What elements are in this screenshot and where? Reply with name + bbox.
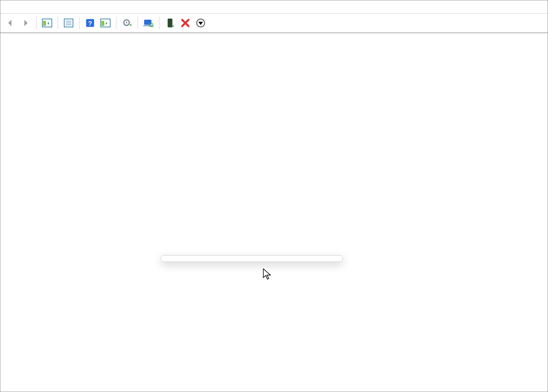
svg-rect-10 (101, 21, 104, 26)
properties-icon[interactable] (62, 16, 76, 30)
svg-line-18 (152, 26, 154, 27)
toolbar-separator (159, 17, 159, 29)
toolbar-separator (138, 17, 138, 29)
svg-point-13 (126, 22, 127, 23)
device-tree (0, 33, 548, 36)
menu-view[interactable] (29, 5, 42, 8)
menu-help[interactable] (42, 5, 55, 8)
toolbar-separator (79, 17, 80, 29)
toolbar: ? (0, 13, 548, 33)
scan-hardware-icon[interactable] (142, 16, 155, 30)
toolbar-separator (116, 17, 116, 29)
menu-action[interactable] (16, 5, 29, 8)
show-hidden-icon[interactable] (99, 16, 112, 30)
toolbar-separator (36, 17, 36, 29)
forward-icon[interactable] (19, 16, 32, 30)
enable-device-icon[interactable] (163, 16, 177, 30)
down-arrow-icon[interactable] (194, 16, 208, 30)
svg-rect-19 (168, 19, 173, 27)
menu-file[interactable] (3, 5, 16, 8)
show-hide-tree-icon[interactable] (40, 16, 54, 30)
help-icon[interactable]: ? (83, 16, 97, 30)
svg-rect-1 (43, 21, 46, 26)
mouse-cursor-icon (263, 268, 271, 280)
svg-rect-16 (143, 25, 152, 26)
back-icon[interactable] (3, 16, 17, 30)
svg-text:?: ? (88, 20, 92, 27)
menubar (0, 0, 548, 13)
context-menu (161, 255, 343, 262)
update-driver-icon[interactable] (120, 16, 134, 30)
svg-rect-15 (144, 20, 151, 25)
toolbar-separator (58, 17, 58, 29)
disable-device-icon[interactable] (178, 16, 192, 30)
svg-marker-14 (130, 24, 131, 26)
